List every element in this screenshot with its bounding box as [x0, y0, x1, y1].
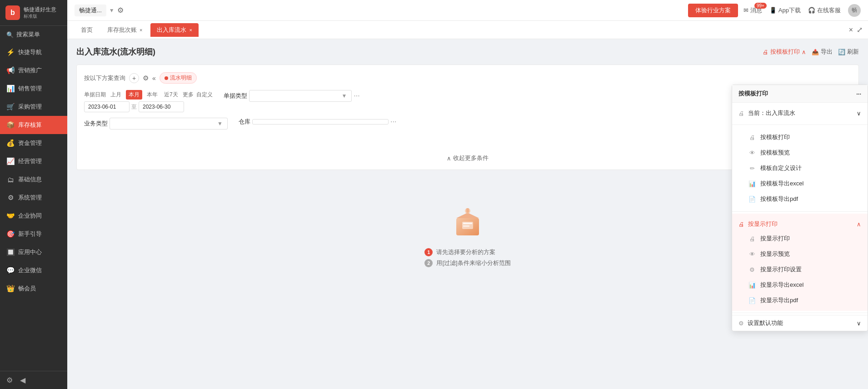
- refresh-icon: 🔄: [838, 49, 845, 55]
- search-menu[interactable]: 🔍 搜索菜单: [0, 26, 67, 43]
- sidebar-item-operations[interactable]: 📈 经营管理: [0, 152, 67, 170]
- date-from-input[interactable]: [84, 101, 130, 112]
- display-print-item[interactable]: 🖨 按显示打印: [732, 231, 868, 246]
- export-label: 导出: [821, 48, 833, 56]
- display-preview-item[interactable]: 👁 按显示预览: [732, 246, 868, 262]
- date-shortcut-this-month[interactable]: 本月: [126, 90, 142, 100]
- tab-batch-account[interactable]: 库存批次账 ×: [101, 23, 149, 37]
- template-print-item[interactable]: 🖨 按模板打印: [732, 130, 868, 145]
- warehouse-field: 仓库 ···: [239, 118, 396, 126]
- warehouse-select[interactable]: [252, 119, 389, 125]
- template-export-excel-label: 按模板导出excel: [760, 180, 803, 188]
- sidebar-item-finance[interactable]: 💰 资金管理: [0, 134, 67, 152]
- template-preview-item[interactable]: 👁 按模板预览: [732, 145, 868, 160]
- doc-type-select[interactable]: ▼: [249, 90, 352, 102]
- template-preview-icon: 👁: [748, 149, 756, 156]
- tabs-close-icon[interactable]: ×: [849, 26, 853, 34]
- avatar[interactable]: 畅: [848, 4, 861, 17]
- sidebar-item-label: 企业协同: [18, 212, 42, 220]
- tab-home[interactable]: 首页: [75, 23, 99, 37]
- download-icon: 📱: [769, 7, 777, 14]
- tabs-bar-right: × ⤢: [849, 25, 863, 34]
- date-to-input[interactable]: [139, 101, 184, 112]
- display-section-header[interactable]: 🖨 按显示打印 ∧: [732, 216, 868, 231]
- tab-flow-close[interactable]: ×: [189, 27, 192, 33]
- template-export-pdf-item[interactable]: 📄 按模板导出pdf: [732, 191, 868, 207]
- sidebar-item-base[interactable]: 🗂 基础信息: [0, 170, 67, 189]
- display-export-excel-item[interactable]: 📊 按显示导出excel: [732, 277, 868, 293]
- tab-flow[interactable]: 出入库流水 ×: [150, 23, 198, 37]
- template-custom-item[interactable]: ✏ 模板自定义设计: [732, 160, 868, 176]
- step-1-label: 请先选择要分析的方案: [436, 248, 495, 256]
- tab-flow-label: 出入库流水: [157, 26, 186, 34]
- sidebar-item-system[interactable]: ⚙ 系统管理: [0, 189, 67, 207]
- header-gear-icon[interactable]: ⚙: [117, 6, 124, 15]
- trial-button[interactable]: 体验行业方案: [688, 4, 738, 17]
- biz-type-select[interactable]: ▼: [110, 118, 228, 130]
- sidebar-item-enterprise[interactable]: 🤝 企业协同: [0, 207, 67, 225]
- operations-icon: 📈: [6, 157, 15, 165]
- warehouse-more-icon[interactable]: ···: [390, 118, 396, 126]
- sidebar-item-label: 采购管理: [18, 103, 42, 111]
- display-collapse-icon: ∧: [857, 221, 861, 228]
- sidebar-item-member[interactable]: 👑 畅会员: [0, 279, 67, 298]
- filter-title: 按以下方案查询: [84, 74, 125, 82]
- sidebar-item-quick-nav[interactable]: ⚡ 快捷导航: [0, 43, 67, 61]
- app-download-button[interactable]: 📱 App下载: [769, 6, 801, 15]
- sidebar-item-purchase[interactable]: 🛒 采购管理: [0, 98, 67, 116]
- filter-collapse-icon[interactable]: «: [152, 75, 156, 82]
- display-settings-item[interactable]: ⚙ 按显示打印设置: [732, 262, 868, 277]
- date-range-field: 单据日期 上月 本月 本年 近7天 更多 自定义 至: [84, 90, 213, 112]
- page-title: 出入库流水(流水明细): [76, 46, 155, 57]
- collapse-more-button[interactable]: ∧ 收起更多条件: [447, 154, 489, 162]
- sales-icon: 📊: [6, 85, 15, 93]
- filter-settings-icon[interactable]: ⚙: [143, 74, 149, 82]
- collapse-sidebar-icon[interactable]: ◀: [20, 376, 25, 384]
- print-button[interactable]: 🖨 按模板打印 ∧: [763, 48, 806, 56]
- service-icon: 🎧: [808, 7, 815, 14]
- display-export-excel-icon: 📊: [748, 281, 756, 289]
- template-export-excel-item[interactable]: 📊 按模板导出excel: [732, 176, 868, 191]
- dropdown-current-header[interactable]: 🖨 当前：出入库流水 ∨: [732, 105, 868, 120]
- message-button[interactable]: ✉ 消息 99+: [743, 6, 762, 15]
- page-actions: 🖨 按模板打印 ∧ 📤 导出 🔄 刷新: [763, 48, 859, 56]
- tab-batch-account-close[interactable]: ×: [140, 27, 142, 33]
- sidebar-item-label: 基础信息: [18, 175, 42, 184]
- header-user-area: 畅捷通... ▼ ⚙: [75, 5, 683, 16]
- sidebar-item-inventory[interactable]: 📦 库存核算: [0, 116, 67, 134]
- wechat-icon: 💬: [6, 266, 15, 274]
- online-service-label: 在线客服: [817, 6, 841, 15]
- sidebar-item-label: 畅会员: [18, 284, 36, 293]
- sidebar-item-label: 系统管理: [18, 194, 42, 202]
- main-content: 畅捷通... ▼ ⚙ 体验行业方案 ✉ 消息 99+ 📱 App下载 🎧 在线客…: [67, 0, 868, 389]
- online-service-button[interactable]: 🎧 在线客服: [808, 6, 841, 15]
- collapse-icon: ∧: [447, 155, 451, 162]
- settings-bottom-icon[interactable]: ⚙: [6, 376, 13, 384]
- sidebar-item-guide[interactable]: 🎯 新手引导: [0, 225, 67, 243]
- date-shortcut-prev-month[interactable]: 上月: [109, 90, 123, 100]
- sidebar-item-apps[interactable]: 🔲 应用中心: [0, 243, 67, 261]
- top-header: 畅捷通... ▼ ⚙ 体验行业方案 ✉ 消息 99+ 📱 App下载 🎧 在线客…: [67, 0, 868, 21]
- date-more-button[interactable]: 更多: [183, 91, 194, 99]
- default-func-item[interactable]: ⚙ 设置默认功能 ∨: [732, 315, 868, 331]
- date-custom-button[interactable]: 自定义: [196, 91, 213, 99]
- tabs-fullscreen-icon[interactable]: ⤢: [857, 25, 863, 34]
- svg-rect-3: [463, 223, 472, 224]
- export-button[interactable]: 📤 导出: [812, 48, 833, 56]
- sidebar-item-sales[interactable]: 📊 销售管理: [0, 80, 67, 98]
- sidebar-item-wechat[interactable]: 💬 企业微信: [0, 261, 67, 279]
- refresh-button[interactable]: 🔄 刷新: [838, 48, 859, 56]
- date-shortcut-7days[interactable]: 近7天: [162, 90, 180, 100]
- display-export-pdf-item[interactable]: 📄 按显示导出pdf: [732, 293, 868, 308]
- display-export-pdf-icon: 📄: [748, 297, 756, 304]
- sidebar-item-marketing[interactable]: 📢 营销推广: [0, 61, 67, 80]
- biz-type-label: 业务类型: [84, 120, 108, 128]
- system-icon: ⚙: [6, 194, 15, 202]
- header-dropdown-icon[interactable]: ▼: [109, 7, 115, 14]
- doc-type-more-icon[interactable]: ···: [354, 92, 359, 100]
- date-shortcut-this-year[interactable]: 本年: [145, 90, 160, 100]
- filter-tag[interactable]: 流水明细: [160, 72, 197, 84]
- filter-add-button[interactable]: +: [129, 73, 139, 83]
- dropdown-dots-icon[interactable]: ···: [856, 90, 861, 97]
- date-input-row: 至: [84, 101, 213, 112]
